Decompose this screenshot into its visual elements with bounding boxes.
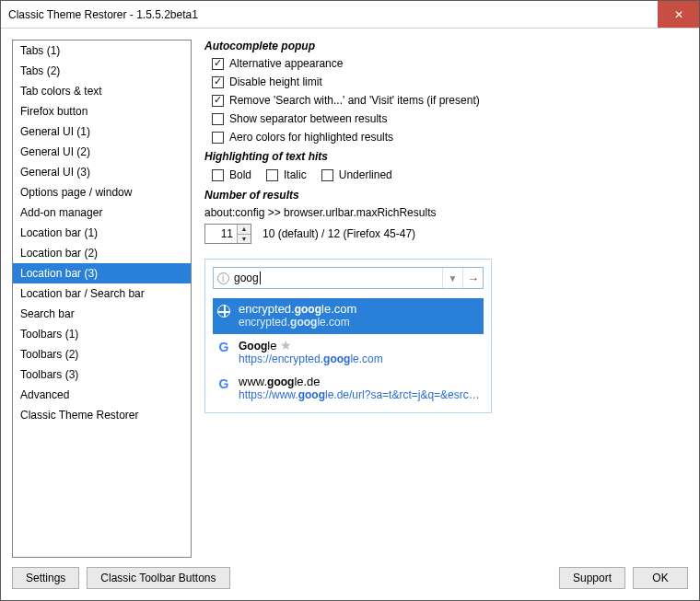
chk-label: Alternative appearance — [229, 57, 343, 70]
chk-label: Italic — [284, 168, 307, 181]
section-number: Number of results — [204, 189, 688, 202]
footer: Settings Classic Toolbar Buttons Support… — [12, 567, 688, 589]
num-results-note: 10 (default) / 12 (Firefox 45-47) — [262, 227, 415, 240]
autocomplete-url: https://encrypted.google.com — [239, 353, 480, 365]
chk-label: Show separator between results — [229, 112, 387, 125]
urlbar-dropdown[interactable]: ▼ — [442, 268, 462, 288]
sidebar-item[interactable]: Search bar — [13, 304, 191, 324]
checkbox-icon — [212, 113, 224, 125]
sidebar-item[interactable]: Add-on manager — [13, 202, 191, 223]
urlbar-text: goog — [234, 272, 259, 284]
autocomplete-body: Google★https://encrypted.google.com — [239, 338, 480, 365]
sidebar-item[interactable]: Location bar / Search bar — [13, 283, 191, 304]
window-title: Classic Theme Restorer - 1.5.5.2beta1 — [8, 8, 658, 21]
spinner: ▲ ▼ — [237, 225, 251, 243]
globe-icon — [216, 304, 231, 318]
checkbox-icon — [212, 132, 224, 144]
classic-toolbar-button[interactable]: Classic Toolbar Buttons — [87, 567, 229, 589]
sidebar-item[interactable]: Firefox button — [13, 101, 191, 121]
settings-button[interactable]: Settings — [12, 567, 79, 589]
sidebar-item[interactable]: Tabs (2) — [13, 61, 191, 81]
autocomplete-url: https://www.google.de/url?sa=t&rct=j&q=&… — [239, 388, 480, 401]
autocomplete-item[interactable]: GGoogle★https://encrypted.google.com — [213, 334, 484, 371]
chk-label: Aero colors for highlighted results — [229, 131, 393, 144]
sidebar-item[interactable]: Classic Theme Restorer — [13, 405, 191, 425]
config-hint: about:config >> browser.urlbar.maxRichRe… — [204, 206, 688, 219]
titlebar: Classic Theme Restorer - 1.5.5.2beta1 ✕ — [1, 1, 699, 29]
chk-label: Disable height limit — [229, 75, 322, 88]
chk-bold[interactable]: Bold — [212, 168, 251, 181]
close-icon: ✕ — [674, 8, 683, 21]
checkbox-icon — [212, 58, 224, 70]
autocomplete-item[interactable]: encrypted.google.comencrypted.google.com — [213, 298, 484, 334]
urlbar-input[interactable]: goog — [232, 272, 442, 284]
chk-disable-height[interactable]: Disable height limit — [212, 75, 688, 88]
highlight-row: Bold Italic Underlined — [212, 168, 688, 181]
sidebar-item[interactable]: General UI (1) — [13, 121, 191, 142]
dialog-body: Tabs (1)Tabs (2)Tab colors & textFirefox… — [1, 29, 699, 600]
sidebar-item[interactable]: Toolbars (2) — [13, 344, 191, 364]
sidebar-item[interactable]: Advanced — [13, 385, 191, 405]
spinner-down[interactable]: ▼ — [238, 235, 251, 244]
sidebar: Tabs (1)Tabs (2)Tab colors & textFirefox… — [12, 40, 192, 558]
checkbox-icon — [212, 95, 224, 107]
autocomplete-preview: i goog ▼ → encrypted.google.comencrypted… — [204, 259, 492, 413]
ok-button[interactable]: OK — [633, 567, 688, 589]
autocomplete-body: encrypted.google.comencrypted.google.com — [239, 302, 480, 329]
star-icon: ★ — [280, 338, 292, 353]
chk-label: Bold — [229, 168, 251, 181]
sidebar-item[interactable]: Tabs (1) — [13, 40, 191, 61]
sidebar-item[interactable]: Toolbars (3) — [13, 364, 191, 385]
sidebar-item[interactable]: Location bar (1) — [13, 223, 191, 243]
autocomplete-title: encrypted.google.com — [239, 302, 480, 316]
support-button[interactable]: Support — [559, 567, 625, 589]
dialog-window: Classic Theme Restorer - 1.5.5.2beta1 ✕ … — [0, 0, 700, 601]
chk-label: Remove 'Search with...' and 'Visit' item… — [229, 94, 480, 107]
urlbar: i goog ▼ → — [213, 267, 484, 289]
chk-alt-appearance[interactable]: Alternative appearance — [212, 57, 688, 70]
chk-italic[interactable]: Italic — [266, 168, 307, 181]
number-row: ▲ ▼ 10 (default) / 12 (Firefox 45-47) — [204, 224, 688, 244]
chk-show-separator[interactable]: Show separator between results — [212, 112, 688, 125]
checkbox-icon — [266, 169, 278, 181]
main-row: Tabs (1)Tabs (2)Tab colors & textFirefox… — [12, 40, 688, 558]
text-cursor — [260, 272, 261, 284]
sidebar-item[interactable]: Location bar (3) — [13, 263, 191, 283]
autocomplete-title: Google★ — [239, 338, 480, 353]
chk-remove-search[interactable]: Remove 'Search with...' and 'Visit' item… — [212, 94, 688, 107]
chk-aero-colors[interactable]: Aero colors for highlighted results — [212, 131, 688, 144]
num-results-input[interactable] — [205, 225, 237, 243]
footer-spacer — [238, 567, 552, 589]
google-icon: G — [216, 376, 231, 391]
spinner-up[interactable]: ▲ — [238, 225, 251, 235]
checkbox-icon — [321, 169, 333, 181]
checkbox-icon — [212, 169, 224, 181]
autocomplete-item[interactable]: Gwww.google.dehttps://www.google.de/url?… — [213, 371, 484, 407]
section-highlighting: Highlighting of text hits — [204, 150, 688, 163]
chk-label: Underlined — [339, 168, 392, 181]
section-autocomplete: Autocomplete popup — [204, 40, 688, 52]
checkbox-icon — [212, 76, 224, 88]
content-pane: Autocomplete popup Alternative appearanc… — [204, 40, 688, 558]
sidebar-item[interactable]: Location bar (2) — [13, 243, 191, 263]
arrow-right-icon: → — [467, 272, 479, 285]
close-button[interactable]: ✕ — [658, 1, 699, 28]
chevron-down-icon: ▼ — [449, 273, 458, 283]
chk-underlined[interactable]: Underlined — [321, 168, 392, 181]
autocomplete-url: encrypted.google.com — [239, 316, 480, 329]
autocomplete-body: www.google.dehttps://www.google.de/url?s… — [239, 375, 480, 401]
identity-icon[interactable]: i — [214, 272, 232, 284]
autocomplete-list: encrypted.google.comencrypted.google.com… — [213, 298, 484, 407]
sidebar-item[interactable]: Tab colors & text — [13, 81, 191, 101]
sidebar-item[interactable]: Toolbars (1) — [13, 324, 191, 344]
num-results-wrap: ▲ ▼ — [204, 224, 251, 244]
urlbar-go[interactable]: → — [462, 268, 483, 288]
google-icon: G — [216, 340, 231, 354]
sidebar-item[interactable]: Options page / window — [13, 182, 191, 202]
sidebar-item[interactable]: General UI (2) — [13, 142, 191, 162]
autocomplete-title: www.google.de — [239, 375, 480, 388]
sidebar-item[interactable]: General UI (3) — [13, 162, 191, 182]
